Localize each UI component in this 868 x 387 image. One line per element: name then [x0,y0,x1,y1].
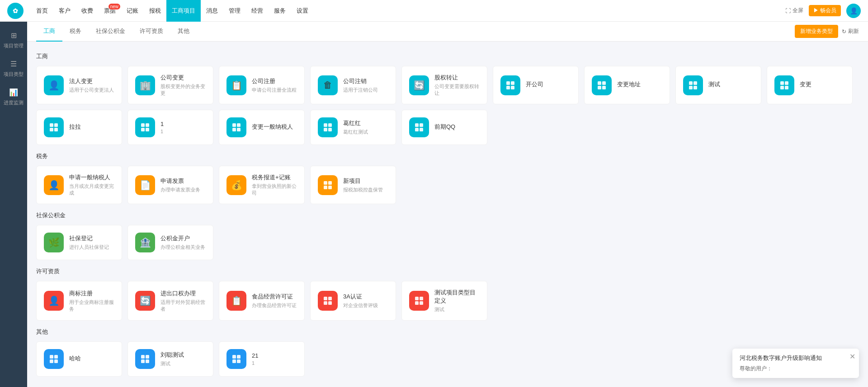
sidebar-icon: ☰ [8,58,19,69]
svg-rect-20 [141,123,145,127]
svg-rect-53 [146,355,149,359]
member-icon: ▶ [813,7,819,14]
card-哈哈[interactable]: 哈哈 [36,341,122,377]
sub-nav-tab-税务[interactable]: 税务 [62,22,89,42]
card-测试[interactable]: 测试 [675,66,761,104]
nav-item-设置[interactable]: 设置 [291,0,314,22]
card-刘聪测试[interactable]: 刘聪测试测试 [127,341,213,377]
card-申请发票[interactable]: 📄申请发票办理申请发票业务 [127,166,213,204]
svg-rect-45 [420,297,423,300]
card-text: 公司注销适用于注销公司 [343,77,378,93]
svg-rect-14 [780,86,784,89]
card-税务报道+记账[interactable]: 💰税务报道+记账拿到营业执照的新公司 [219,166,305,204]
card-text: 股权转让公司变更需要股权转让 [434,74,480,97]
svg-rect-22 [141,128,145,131]
card-icon [226,349,246,369]
card-进出口权办理[interactable]: 🔄进出口权办理适用于对外贸易经营者 [127,281,213,321]
sub-nav-tab-社保公积金[interactable]: 社保公积金 [89,22,132,42]
new-business-type-button[interactable]: 新增业务类型 [795,25,838,38]
sub-nav-tab-许可资质[interactable]: 许可资质 [132,22,170,42]
card-text: 申请一般纳税人当月或次月成变更完成 [69,173,114,196]
card-name: 申请发票 [160,177,200,185]
svg-rect-25 [237,123,241,127]
card-desc: 测试 [160,360,184,367]
card-1[interactable]: 11 [127,110,213,145]
card-变更[interactable]: 变更 [767,66,853,104]
fullscreen-button[interactable]: ⛶ 全屏 [785,7,803,14]
svg-rect-2 [506,86,510,89]
svg-rect-41 [328,297,332,300]
nav-item-首页[interactable]: 首页 [31,0,53,22]
card-name: 1 [160,121,164,127]
card-开公司[interactable]: 开公司 [493,66,579,104]
svg-rect-19 [54,128,58,131]
card-申请一般纳税人[interactable]: 👤申请一般纳税人当月或次月成变更完成 [36,166,122,204]
card-变更一般纳税人[interactable]: 变更一般纳税人 [219,110,305,145]
svg-rect-24 [232,123,236,127]
card-食品经营许可证[interactable]: 📋食品经营许可证办理食品经营许可证 [219,281,305,321]
card-desc: 拿到营业执照的新公司 [252,183,297,196]
card-公司注册[interactable]: 📋公司注册申请公司注册全流程 [219,66,305,104]
nav-item-管理[interactable]: 管理 [223,0,246,22]
card-icon [44,349,64,369]
sub-nav-tab-其他[interactable]: 其他 [170,22,197,42]
svg-rect-39 [328,186,332,189]
app-logo: ✿ [7,3,24,19]
card-text: 公积金开户办理公积金相关业务 [160,234,205,251]
nav-item-记账[interactable]: 记账 [121,0,144,22]
sidebar-item-项目类型[interactable]: ☰项目类型 [0,54,27,82]
notification-content: 尊敬的用户： [740,365,852,373]
card-icon [226,117,246,137]
card-3A认证[interactable]: 3A认证对企业信誉评级 [310,281,396,321]
sidebar-item-项目管理[interactable]: ⊞项目管理 [0,25,27,54]
sidebar-item-进度监测[interactable]: 📊进度监测 [0,82,27,111]
sub-nav-tab-工商[interactable]: 工商 [36,22,62,42]
card-新项目[interactable]: 新项目报税加税控盘保管 [310,166,396,204]
card-商标注册[interactable]: 👤商标注册用于企业商标注册服务 [36,281,122,321]
card-icon [683,75,703,95]
card-desc: 进行人员社保登记 [69,244,109,251]
svg-rect-56 [232,355,236,359]
card-desc: 对企业信誉评级 [343,302,378,309]
card-法人变更[interactable]: 👤法人变更适用于公司变更法人 [36,66,122,104]
card-text: 3A认证对企业信誉评级 [343,293,378,309]
member-button[interactable]: ▶ 畅会员 [809,5,841,16]
nav-item-客户[interactable]: 客户 [53,0,76,22]
card-text: 公司注册申请公司注册全流程 [252,77,297,93]
nav-item-工商项目[interactable]: 工商项目 [166,0,201,22]
card-name: 拉拉 [69,123,81,131]
notification-close-button[interactable]: ✕ [849,352,855,361]
refresh-icon: ↻ [842,28,846,35]
card-拉拉[interactable]: 拉拉 [36,110,122,145]
svg-rect-16 [50,123,53,127]
nav-item-服务[interactable]: 服务 [269,0,291,22]
nav-item-报税[interactable]: 报税 [144,0,166,22]
card-社保登记[interactable]: 🌿社保登记进行人员社保登记 [36,225,122,260]
card-公司变更[interactable]: 🏢公司变更股权变更外的业务变更 [127,66,213,104]
card-name: 葛红红 [343,119,368,127]
nav-item-票据[interactable]: 票据new [99,0,121,22]
card-21[interactable]: 211 [219,341,305,377]
card-text: 法人变更适用于公司变更法人 [69,77,114,93]
card-name: 进出口权办理 [160,289,206,298]
svg-rect-46 [415,301,419,305]
card-测试项目类型目定义[interactable]: 测试项目类型目定义测试 [401,281,487,321]
svg-rect-47 [420,301,423,305]
card-葛红红[interactable]: 葛红红葛红红测试 [310,110,396,145]
nav-item-收费[interactable]: 收费 [76,0,99,22]
card-变更地址[interactable]: 变更地址 [584,66,670,104]
nav-item-消息[interactable]: 消息 [201,0,223,22]
card-公司注销[interactable]: 🗑公司注销适用于注销公司 [310,66,396,104]
card-icon [409,291,429,311]
card-股权转让[interactable]: 🔄股权转让公司变更需要股权转让 [401,66,487,104]
card-name: 21 [252,352,258,359]
card-前期QQ[interactable]: 前期QQ [401,110,487,145]
avatar[interactable]: 👤 [846,4,861,18]
cards-grid-shuiwu: 👤申请一般纳税人当月或次月成变更完成📄申请发票办理申请发票业务💰税务报道+记账拿… [36,166,859,204]
refresh-button[interactable]: ↻ 刷新 [842,28,859,35]
card-公积金开户[interactable]: 🏦公积金开户办理公积金相关业务 [127,225,213,260]
nav-item-经营[interactable]: 经营 [246,0,269,22]
card-text: 税务报道+记账拿到营业执照的新公司 [252,173,297,196]
card-desc: 适用于注销公司 [343,87,378,93]
svg-rect-44 [415,297,419,300]
